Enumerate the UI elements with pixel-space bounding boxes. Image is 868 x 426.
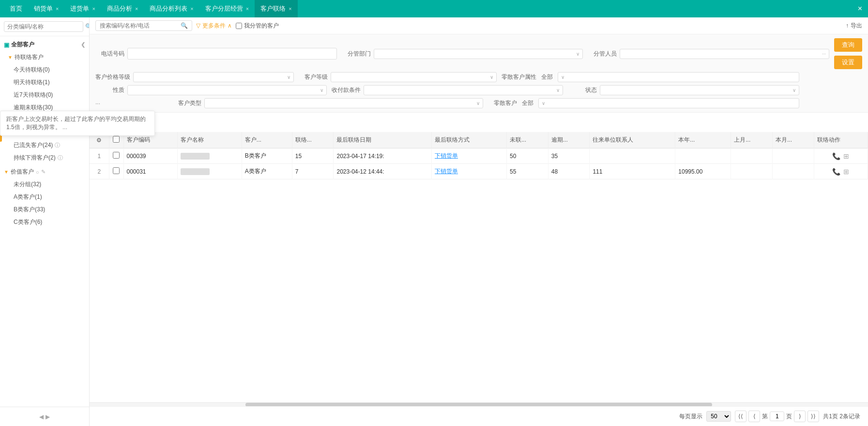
- my-customers-checkbox[interactable]: 我分管的客户: [236, 22, 279, 30]
- next-page-button[interactable]: ⟩: [794, 411, 806, 422]
- close-sales-tab[interactable]: ×: [56, 6, 59, 12]
- search-input[interactable]: [100, 22, 179, 29]
- tree-item-class-b[interactable]: B类客户(33): [0, 203, 89, 216]
- row1-action: 📞 ⊞: [814, 148, 868, 164]
- table-settings-icon[interactable]: ⚙: [96, 137, 102, 144]
- row1-type: B类客户: [242, 148, 292, 164]
- dept-select[interactable]: ∨: [374, 49, 583, 59]
- prev-page-button[interactable]: ⟨: [748, 411, 760, 422]
- tree-all-customers[interactable]: ▣ 全部客户 ❮: [0, 38, 89, 51]
- tree-item-already-lost[interactable]: 已流失客户(24) ⓘ: [0, 139, 89, 151]
- more-filters-button[interactable]: ▽ 更多条件 ∧: [196, 22, 232, 30]
- tree-item-7days[interactable]: 近7天待联络(0): [0, 88, 89, 101]
- value-triangle-icon: ▼: [4, 169, 9, 175]
- nav-product-analysis-list[interactable]: 商品分析列表 ×: [144, 0, 199, 17]
- select-all-checkbox[interactable]: [113, 136, 120, 143]
- horizontal-scrollbar[interactable]: [90, 402, 868, 406]
- row2-method-link[interactable]: 下销货单: [435, 168, 458, 175]
- manager-field: 分管人员 ···: [588, 49, 829, 59]
- total-label: 共1页 2条记录: [823, 412, 860, 421]
- tree-item-tomorrow[interactable]: 明天待联络(1): [0, 76, 89, 88]
- filter-row-2: 客户价格等级 ∨ 客户等级 ∨ 零散客户属性 全部: [95, 72, 862, 82]
- sidebar-search-input[interactable]: [4, 21, 83, 32]
- row1-method-link[interactable]: 下销货单: [435, 152, 458, 159]
- row2-grid-icon[interactable]: ⊞: [843, 168, 849, 176]
- table-row: 2 000031 A类客户 7 2023-04-12 14:44: 下销货单: [90, 164, 868, 179]
- scatter-customer-select[interactable]: ∨: [538, 98, 799, 108]
- status-select[interactable]: ∨: [600, 85, 799, 95]
- row2-code: 000031: [123, 164, 177, 179]
- nav-home[interactable]: 首页: [4, 0, 28, 17]
- row2-contact2: 111: [590, 164, 675, 179]
- row2-contact: 7: [292, 164, 334, 179]
- status-chevron: ∨: [792, 88, 796, 93]
- nature-select[interactable]: ∨: [127, 85, 327, 95]
- settings-button[interactable]: 设置: [834, 56, 862, 69]
- manager-label: 分管人员: [588, 50, 617, 58]
- nav-customer-contact[interactable]: 客户联络 ×: [255, 0, 297, 17]
- phone-input[interactable]: [127, 48, 337, 59]
- nav-customer-tier[interactable]: 客户分层经营 ×: [199, 0, 255, 17]
- dept-field: 分管部门 ∨: [342, 49, 583, 59]
- row2-checkbox[interactable]: [113, 167, 120, 174]
- price-level-select[interactable]: ∨: [133, 72, 294, 82]
- last-page-button[interactable]: ⟩⟩: [807, 411, 819, 422]
- row2-pending: 55: [507, 164, 548, 179]
- already-lost-info-icon[interactable]: ⓘ: [55, 141, 60, 149]
- tooltip-popup: 距客户上次交易时长，超过了此客户的平均交易周期的1.5倍，则视为异常。 ...: [90, 111, 155, 136]
- close-customer-contact-tab[interactable]: ×: [289, 6, 291, 12]
- row1-grid-icon[interactable]: ⊞: [843, 152, 849, 160]
- sidebar-tree: ▣ 全部客户 ❮ ▼ 待联络客户 今天待联络(0) 明天待联络(1) 近7天待联…: [0, 36, 89, 407]
- sidebar-expand-arrow[interactable]: ◀ ▶: [39, 413, 49, 420]
- customer-type-select[interactable]: ∨: [204, 98, 484, 108]
- customer-level-select[interactable]: ∨: [331, 72, 497, 82]
- payment-select[interactable]: ∨: [364, 85, 563, 95]
- scatter-attr-select[interactable]: ∨: [558, 72, 799, 82]
- nav-product-analysis[interactable]: 商品分析 ×: [101, 0, 144, 17]
- row1-phone-icon[interactable]: 📞: [832, 152, 840, 160]
- page-number-input[interactable]: [770, 411, 784, 421]
- filter-row-4: ··· 客户类型 ∨ 零散客户 全部 ∨: [95, 98, 862, 108]
- row2-phone-icon[interactable]: 📞: [832, 168, 840, 176]
- row2-num: 2: [90, 164, 109, 179]
- row1-name: [177, 148, 242, 164]
- sidebar-search-icon[interactable]: 🔍: [85, 23, 90, 30]
- query-button[interactable]: 查询: [834, 38, 862, 52]
- tree-item-today[interactable]: 今天待联络(0): [0, 63, 89, 76]
- tree-value-customer-header[interactable]: ▼ 价值客户 ○ ✎: [0, 166, 89, 178]
- window-close-button[interactable]: ×: [858, 4, 862, 13]
- per-page-select[interactable]: 50 20 100: [706, 411, 731, 422]
- close-purchase-tab[interactable]: ×: [92, 6, 95, 12]
- nav-sales[interactable]: 销货单 ×: [28, 0, 64, 17]
- row1-overdue: 35: [548, 148, 590, 164]
- table-header-row: ⚙ 客户编码 客户名称 客户...: [90, 132, 868, 148]
- filter-row-3: 性质 ∨ 收付款条件 ∨ 状态: [95, 85, 862, 95]
- first-page-button[interactable]: ⟨⟨: [735, 411, 746, 422]
- more-field: ···: [95, 100, 158, 107]
- nav-purchase[interactable]: 进货单 ×: [64, 0, 101, 17]
- main-layout: 🔍 ▣ 全部客户 ❮ ▼ 待联络客户 今天待联络(0) 明天待联络(1) 近7天…: [0, 17, 868, 426]
- tree-pending-contact[interactable]: ▼ 待联络客户: [0, 51, 89, 63]
- left-sidebar: 🔍 ▣ 全部客户 ❮ ▼ 待联络客户 今天待联络(0) 明天待联络(1) 近7天…: [0, 17, 90, 426]
- action-buttons: 查询 设置: [834, 38, 862, 69]
- export-button[interactable]: ↑ 导出: [846, 22, 862, 30]
- manager-select[interactable]: ···: [620, 49, 829, 59]
- th-action: 联络动作: [814, 132, 868, 148]
- value-edit-icon[interactable]: ○: [36, 169, 39, 175]
- tree-item-ungrouped[interactable]: 未分组(32): [0, 178, 89, 191]
- th-overdue: 逾期...: [548, 132, 590, 148]
- nature-chevron: ∨: [320, 88, 323, 93]
- th-contact: 联络...: [292, 132, 334, 148]
- value-settings-icon[interactable]: ✎: [41, 169, 46, 175]
- tree-item-keep-falling[interactable]: 持续下滑客户(2) ⓘ: [0, 151, 89, 164]
- close-customer-tier-tab[interactable]: ×: [246, 6, 249, 12]
- keep-falling-info-icon[interactable]: ⓘ: [58, 154, 63, 162]
- tree-item-class-a[interactable]: A类客户(1): [0, 191, 89, 203]
- more-dots-button[interactable]: ···: [95, 100, 100, 107]
- tree-item-class-c[interactable]: C类客户(6): [0, 216, 89, 228]
- close-product-analysis-list-tab[interactable]: ×: [190, 6, 193, 12]
- close-product-analysis-tab[interactable]: ×: [135, 6, 138, 12]
- status-label: 状态: [568, 86, 597, 94]
- my-customers-check[interactable]: [236, 23, 242, 29]
- row1-checkbox[interactable]: [113, 152, 120, 159]
